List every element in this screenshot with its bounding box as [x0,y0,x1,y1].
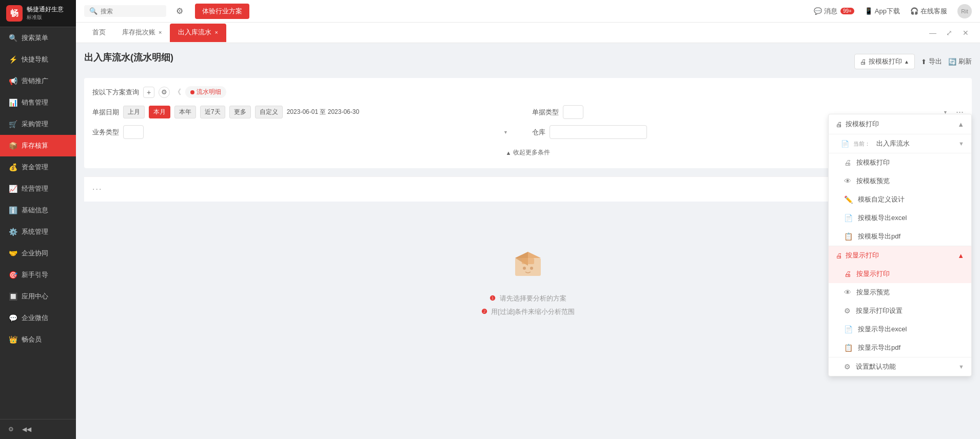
sidebar-item-collab[interactable]: 🤝 企业协同 [0,243,76,264]
app-title: 畅捷通好生意 标准版 [27,6,64,21]
tab-minimize-btn[interactable]: — [927,27,939,39]
date-btn-more[interactable]: 更多 [229,106,251,118]
filter-settings-btn[interactable]: ⚙ [159,87,170,98]
section2-chevron-up-icon: ▲ [957,252,964,260]
online-service-btn[interactable]: 🎧 在线客服 [910,7,947,16]
app-download-btn[interactable]: 📱 App下载 [865,7,900,16]
refresh-btn[interactable]: 🔄 刷新 [948,57,972,66]
sidebar-item-app-center[interactable]: 🔲 应用中心 [0,286,76,307]
dropdown-item-print-settings-display[interactable]: ⚙ 按显示打印设置 [829,302,971,320]
page-title: 出入库流水(流水明细) [84,51,173,64]
filter-tag-detail[interactable]: 流水明细 [185,86,226,98]
date-btn-last-month[interactable]: 上月 [123,106,145,118]
sidebar-item-vip[interactable]: 👑 畅会员 [0,329,76,350]
vip-icon: 👑 [8,335,17,344]
filter-label: 按以下方案查询 [92,88,139,97]
dropdown-item-export-excel-template[interactable]: 📄 按模板导出excel [829,209,971,227]
action-more-btn[interactable]: ··· [92,185,102,194]
basic-info-icon: ℹ️ [8,206,17,215]
print-dropdown-icon: 🖨 [836,121,842,128]
date-btn-custom[interactable]: 自定义 [255,106,283,118]
warehouse-label: 仓库 [532,128,545,137]
export-btn[interactable]: ⬆ 导出 [921,57,942,66]
sidebar-logo: 畅 畅捷通好生意 标准版 [0,0,76,27]
sidebar-item-finance[interactable]: 💰 资金管理 [0,156,76,178]
sidebar-item-system[interactable]: ⚙️ 系统管理 [0,221,76,243]
app-center-icon: 🔲 [8,292,17,301]
sidebar-collapse-btn[interactable]: ◀◀ [22,426,31,433]
sidebar-item-search-menu[interactable]: 🔍 搜索菜单 [0,27,76,49]
header-actions: 🖨 按模板打印 ▲ ⬆ 导出 🔄 刷新 [854,54,972,69]
topbar: 🔍 ⚙ 体验行业方案 💬 消息 99+ 📱 App下载 🎧 在线客服 Rit [76,0,980,23]
biz-type-select-wrap [123,125,512,139]
user-avatar[interactable]: Rit [957,4,972,18]
message-btn[interactable]: 💬 消息 99+ [814,7,854,16]
chevron-up-icon: ▲ [904,59,909,65]
guide-icon: 🎯 [8,270,17,280]
sidebar-item-quick-nav[interactable]: ⚡ 快捷导航 [0,49,76,70]
gear-icon: ⚙ [176,6,183,16]
date-btn-7days[interactable]: 近7天 [200,106,225,118]
biz-type-field: 业务类型 ··· [92,125,524,139]
doc-type-label: 单据类型 [532,108,559,117]
filter-toolbar: 按以下方案查询 + ⚙ 《 流水明细 [92,86,964,98]
tabbar: 首页 库存批次账 × 出入库流水 × — ⤢ ✕ [76,23,980,43]
biz-type-select[interactable] [123,125,144,139]
dropdown-item-custom-design[interactable]: ✏️ 模板自定义设计 [829,190,971,209]
sidebar-item-marketing[interactable]: 📢 营销推广 [0,70,76,92]
dropdown-current-item: 📄 当前： 出入库流水 ▼ [829,134,971,153]
dropdown-close-btn[interactable]: ▲ [957,121,964,128]
sidebar-item-purchase[interactable]: 🛒 采购管理 [0,113,76,135]
topbar-gear-btn[interactable]: ⚙ [172,4,187,18]
topbar-right: 💬 消息 99+ 📱 App下载 🎧 在线客服 Rit [814,4,972,18]
tab-home[interactable]: 首页 [84,24,114,42]
sidebar-item-sales[interactable]: 📊 销售管理 [0,92,76,113]
tab-stock-flow-close[interactable]: × [214,29,218,35]
date-btn-current-year[interactable]: 本年 [174,106,196,118]
sidebar-item-guide[interactable]: 🎯 新手引导 [0,264,76,286]
settings-icon: ⚙ [8,426,14,433]
dropdown-section-2: 🖨 按显示打印 ▲ 🖨 按显示打印 👁 按显示预览 ⚙ 按显示打印设置 [829,246,971,357]
sidebar-item-wechat[interactable]: 💬 企业微信 [0,307,76,329]
tab-close-btn[interactable]: ✕ [959,27,972,39]
sidebar-settings-btn[interactable]: ⚙ [8,426,14,433]
dropdown-item-print-display[interactable]: 🖨 按显示打印 [829,265,971,283]
dropdown-item-preview-display[interactable]: 👁 按显示预览 [829,283,971,302]
dropdown-item-export-pdf-template[interactable]: 📋 按模板导出pdf [829,227,971,246]
print-display-icon: 🖨 [844,270,851,278]
sidebar-item-operations[interactable]: 📈 经营管理 [0,178,76,199]
dropdown-item-export-pdf-display[interactable]: 📋 按显示导出pdf [829,338,971,357]
trial-industry-button[interactable]: 体验行业方案 [195,4,249,19]
warehouse-input[interactable] [550,125,647,139]
dropdown-section-1: 🖨 按模板打印 👁 按模板预览 ✏️ 模板自定义设计 📄 按模板导出excel … [829,153,971,246]
dropdown-header: 🖨 按模板打印 ▲ [829,114,971,134]
export-icon: ⬆ [921,58,927,66]
search-input[interactable] [101,8,152,15]
empty-hint-num-1: ❶ [489,294,496,302]
date-field-label: 单据日期 [92,108,119,117]
dropdown-item-set-default[interactable]: ⚙ 设置默认功能 ▼ [829,357,971,376]
dropdown-item-preview-template[interactable]: 👁 按模板预览 [829,172,971,190]
print-settings-icon: ⚙ [844,307,851,315]
search-icon: 🔍 [89,7,97,15]
filter-collapse-arrow[interactable]: 《 [174,88,181,97]
date-range-text: 2023-06-01 至 2023-06-30 [287,108,359,116]
page-header: 出入库流水(流水明细) 🖨 按模板打印 ▲ ⬆ 导出 🔄 刷新 [84,51,972,72]
date-field: 单据日期 上月 本月 本年 近7天 更多 自定义 2023-06-01 至 20… [92,106,524,118]
date-btn-current-month[interactable]: 本月 [149,106,170,118]
tab-maximize-btn[interactable]: ⤢ [943,27,955,39]
tab-stock-flow[interactable]: 出入库流水 × [170,24,226,42]
dropdown-item-print-template[interactable]: 🖨 按模板打印 [829,153,971,172]
tab-batch-account[interactable]: 库存批次账 × [114,24,170,42]
filter-add-btn[interactable]: + [143,87,154,98]
doc-type-select[interactable] [563,105,583,119]
design-template-icon: ✏️ [844,195,853,204]
dropdown-section2-header[interactable]: 🖨 按显示打印 ▲ [829,246,971,265]
print-template-btn[interactable]: 🖨 按模板打印 ▲ [854,54,915,69]
wechat-icon: 💬 [8,313,17,323]
sidebar-item-inventory[interactable]: 📦 库存核算 [0,135,76,156]
dropdown-item-export-excel-display[interactable]: 📄 按显示导出excel [829,320,971,338]
sidebar-item-basic-info[interactable]: ℹ️ 基础信息 [0,199,76,221]
tab-batch-account-close[interactable]: × [159,29,162,35]
headset-icon: 🎧 [910,7,918,15]
